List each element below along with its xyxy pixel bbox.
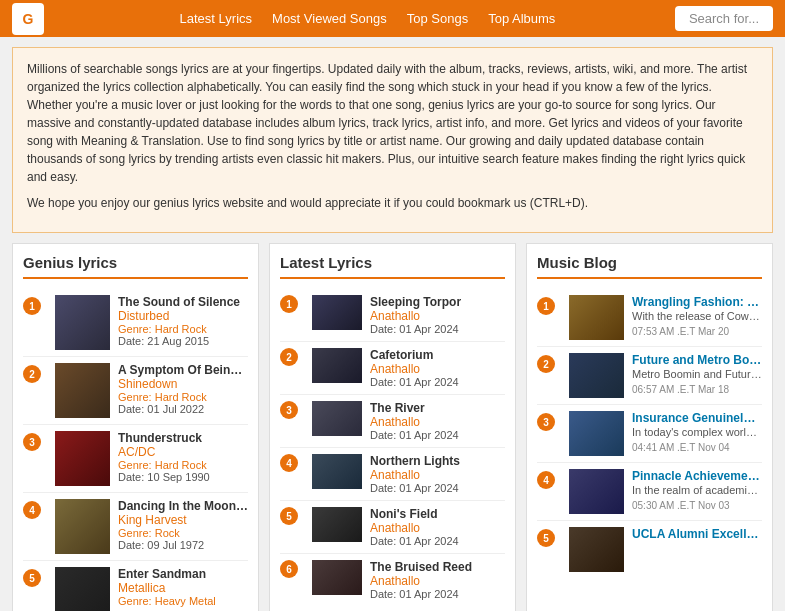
list-item: 6 The Bruised Reed Anathallo Date: 01 Ap… xyxy=(280,554,505,606)
blog-title[interactable]: Wrangling Fashion: How Beyon... xyxy=(632,295,762,309)
latest-lyrics-panel: Latest Lyrics 1 Sleeping Torpor Anathall… xyxy=(269,243,516,611)
blog-title[interactable]: Insurance Genuinely Cost xyxy=(632,411,762,425)
nav-top-songs[interactable]: Top Songs xyxy=(407,11,468,26)
music-blog-panel: Music Blog 1 Wrangling Fashion: How Beyo… xyxy=(526,243,773,611)
blog-thumbnail xyxy=(569,469,624,514)
item-number: 5 xyxy=(537,527,561,547)
genre-label: Genre: Hard Rock xyxy=(118,323,248,335)
song-title[interactable]: The River xyxy=(370,401,505,415)
album-thumbnail xyxy=(55,363,110,418)
nav-top-albums[interactable]: Top Albums xyxy=(488,11,555,26)
song-title[interactable]: Northern Lights xyxy=(370,454,505,468)
header: G Latest Lyrics Most Viewed Songs Top So… xyxy=(0,0,785,37)
item-info: Noni's Field Anathallo Date: 01 Apr 2024 xyxy=(370,507,505,547)
blog-excerpt: Metro Boomin and Future have officially … xyxy=(632,367,762,382)
date-label: Date: 09 Jul 1972 xyxy=(118,539,248,551)
item-number: 4 xyxy=(537,469,561,489)
blog-title[interactable]: Future and Metro Boomin's Du... xyxy=(632,353,762,367)
song-title[interactable]: Noni's Field xyxy=(370,507,505,521)
artist-name[interactable]: Metallica xyxy=(118,581,248,595)
song-title[interactable]: Sleeping Torpor xyxy=(370,295,505,309)
song-title[interactable]: Cafetorium xyxy=(370,348,505,362)
intro-banner: Millions of searchable songs lyrics are … xyxy=(12,47,773,233)
song-title[interactable]: Thunderstruck xyxy=(118,431,248,445)
genre-label: Genre: Hard Rock xyxy=(118,391,248,403)
item-info: Sleeping Torpor Anathallo Date: 01 Apr 2… xyxy=(370,295,505,335)
date-label: Date: 01 Apr 2024 xyxy=(370,376,505,388)
date-label: Date: 10 Sep 1990 xyxy=(118,471,248,483)
song-title[interactable]: Dancing In the Moonlight (Origi... xyxy=(118,499,248,513)
artist-name[interactable]: Anathallo xyxy=(370,468,505,482)
artist-name[interactable]: Anathallo xyxy=(370,574,505,588)
item-number: 3 xyxy=(23,431,47,451)
item-number: 1 xyxy=(537,295,561,315)
nav-latest-lyrics[interactable]: Latest Lyrics xyxy=(180,11,253,26)
list-item: 1 Wrangling Fashion: How Beyon... With t… xyxy=(537,289,762,347)
artist-name[interactable]: Anathallo xyxy=(370,521,505,535)
item-number: 3 xyxy=(280,401,304,419)
latest-lyrics-title: Latest Lyrics xyxy=(280,254,505,279)
list-item: 5 Noni's Field Anathallo Date: 01 Apr 20… xyxy=(280,501,505,554)
item-info: Northern Lights Anathallo Date: 01 Apr 2… xyxy=(370,454,505,494)
song-title[interactable]: The Sound of Silence xyxy=(118,295,248,309)
item-info: Pinnacle Achievement Scholars... In the … xyxy=(632,469,762,511)
date-label: Date: 01 Apr 2024 xyxy=(370,429,505,441)
date-label: Date: 01 Apr 2024 xyxy=(370,535,505,547)
item-info: Dancing In the Moonlight (Origi... King … xyxy=(118,499,248,551)
search-button[interactable]: Search for... xyxy=(675,6,773,31)
list-item: 3 Insurance Genuinely Cost In today's co… xyxy=(537,405,762,463)
list-item: 4 Northern Lights Anathallo Date: 01 Apr… xyxy=(280,448,505,501)
item-info: Wrangling Fashion: How Beyon... With the… xyxy=(632,295,762,337)
item-number: 1 xyxy=(280,295,304,313)
genre-label: Genre: Hard Rock xyxy=(118,459,248,471)
nav-most-viewed-songs[interactable]: Most Viewed Songs xyxy=(272,11,387,26)
list-item: 1 The Sound of Silence Disturbed Genre: … xyxy=(23,289,248,357)
item-number: 5 xyxy=(23,567,47,587)
list-item: 3 Thunderstruck AC/DC Genre: Hard Rock D… xyxy=(23,425,248,493)
album-thumbnail xyxy=(55,499,110,554)
artist-name[interactable]: Shinedown xyxy=(118,377,248,391)
music-blog-title: Music Blog xyxy=(537,254,762,279)
blog-thumbnail xyxy=(569,353,624,398)
item-number: 2 xyxy=(23,363,47,383)
artist-name[interactable]: Anathallo xyxy=(370,309,505,323)
blog-title[interactable]: UCLA Alumni Excellence Schola... xyxy=(632,527,762,541)
artist-name[interactable]: King Harvest xyxy=(118,513,248,527)
item-number: 2 xyxy=(537,353,561,373)
genre-label: Genre: Rock xyxy=(118,527,248,539)
blog-time: 05:30 AM .E.T Nov 03 xyxy=(632,500,762,511)
artist-name[interactable]: Anathallo xyxy=(370,362,505,376)
intro-p2: We hope you enjoy our genius lyrics webs… xyxy=(27,194,758,212)
intro-p1: Millions of searchable songs lyrics are … xyxy=(27,60,758,186)
artist-name[interactable]: AC/DC xyxy=(118,445,248,459)
list-item: 2 Future and Metro Boomin's Du... Metro … xyxy=(537,347,762,405)
item-number: 1 xyxy=(23,295,47,315)
list-item: 4 Dancing In the Moonlight (Origi... Kin… xyxy=(23,493,248,561)
song-thumbnail xyxy=(312,295,362,330)
song-title[interactable]: A Symptom Of Being Human xyxy=(118,363,248,377)
blog-title[interactable]: Pinnacle Achievement Scholars... xyxy=(632,469,762,483)
song-thumbnail xyxy=(312,507,362,542)
album-thumbnail xyxy=(55,431,110,486)
item-info: The Sound of Silence Disturbed Genre: Ha… xyxy=(118,295,248,347)
item-number: 2 xyxy=(280,348,304,366)
item-info: Future and Metro Boomin's Du... Metro Bo… xyxy=(632,353,762,395)
item-info: The Bruised Reed Anathallo Date: 01 Apr … xyxy=(370,560,505,600)
song-thumbnail xyxy=(312,401,362,436)
list-item: 1 Sleeping Torpor Anathallo Date: 01 Apr… xyxy=(280,289,505,342)
item-info: The River Anathallo Date: 01 Apr 2024 xyxy=(370,401,505,441)
item-info: A Symptom Of Being Human Shinedown Genre… xyxy=(118,363,248,415)
blog-time: 07:53 AM .E.T Mar 20 xyxy=(632,326,762,337)
artist-name[interactable]: Anathallo xyxy=(370,415,505,429)
song-title[interactable]: The Bruised Reed xyxy=(370,560,505,574)
genre-label: Genre: Heavy Metal xyxy=(118,595,248,607)
song-title[interactable]: Enter Sandman xyxy=(118,567,248,581)
song-thumbnail xyxy=(312,454,362,489)
list-item: 5 Enter Sandman Metallica Genre: Heavy M… xyxy=(23,561,248,611)
list-item: 4 Pinnacle Achievement Scholars... In th… xyxy=(537,463,762,521)
blog-thumbnail xyxy=(569,295,624,340)
item-number: 6 xyxy=(280,560,304,578)
item-number: 3 xyxy=(537,411,561,431)
artist-name[interactable]: Disturbed xyxy=(118,309,248,323)
date-label: Date: 21 Aug 2015 xyxy=(118,335,248,347)
